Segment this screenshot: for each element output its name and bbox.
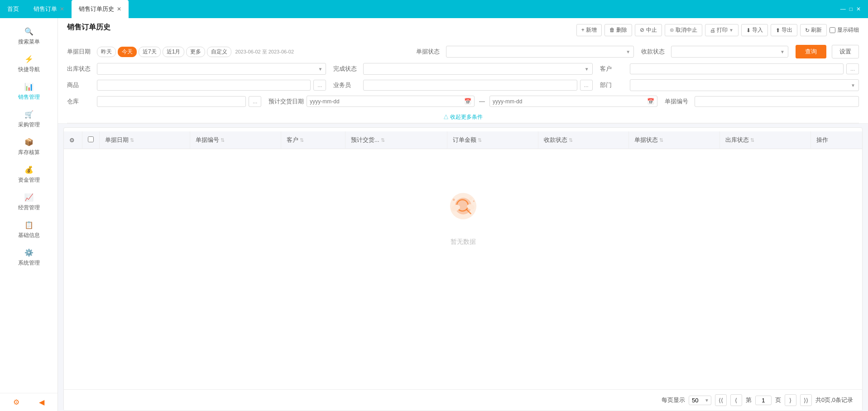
collapse-button[interactable]: △ 收起更多条件 (443, 113, 483, 121)
tab-sales-order-history-close[interactable]: ✕ (117, 6, 121, 12)
svg-point-6 (469, 197, 472, 200)
select-all-checkbox[interactable] (88, 136, 94, 142)
sidebar-item-finance[interactable]: 💰 资金管理 (0, 160, 58, 188)
export-button[interactable]: ⬆ 导出 (771, 24, 797, 36)
filter-department: 部门 (600, 79, 859, 91)
page-title: 销售订单历史 (67, 23, 110, 32)
payment-status-label: 收款状态 (641, 48, 668, 56)
completion-status-select[interactable] (363, 63, 592, 75)
filter-doc-number: 单据编号 (665, 96, 859, 107)
salesman-ellipsis[interactable]: ... (580, 80, 593, 91)
window-close[interactable]: ✕ (856, 6, 861, 12)
product-label: 商品 (67, 81, 94, 89)
data-table: ⚙ 单据日期 ⇅ (64, 131, 862, 282)
chip-today[interactable]: 今天 (118, 47, 137, 57)
sidebar-item-search-menu[interactable]: 🔍 搜索菜单 (0, 22, 58, 49)
page-size-select[interactable]: 50 10 20 100 (689, 396, 711, 405)
col-expected-delivery: 预计交货... ⇅ (345, 131, 447, 149)
doc-status-select[interactable] (446, 46, 634, 58)
chip-custom[interactable]: 自定义 (207, 47, 231, 57)
display-checkbox[interactable] (830, 27, 835, 33)
sidebar-item-sales-mgmt[interactable]: 📊 销售管理 (0, 77, 58, 105)
sidebar-sales-mgmt-label: 销售管理 (18, 93, 40, 101)
toolbar: + 新增 🗑 删除 ⊘ 中止 ⊙ 取消中止 🖨 🖨 打印 打印 ▼ ⬇ 导入 (576, 24, 859, 36)
outbound-status-select[interactable] (97, 63, 326, 75)
prev-page-button[interactable]: ⟨ (730, 394, 742, 406)
sidebar-settings-icon[interactable]: ⚙ (13, 398, 19, 406)
stop-button[interactable]: ⊘ 中止 (635, 24, 662, 36)
delete-button[interactable]: 🗑 删除 (604, 24, 632, 36)
chip-1month[interactable]: 近1月 (163, 47, 185, 57)
department-select[interactable] (630, 79, 859, 91)
window-minimize[interactable]: — (840, 6, 846, 12)
per-page-label: 每页显示 (662, 396, 685, 404)
table-area: ⚙ 单据日期 ⇅ (64, 131, 862, 389)
first-page-button[interactable]: ⟨⟨ (715, 394, 727, 406)
doc-number-input[interactable] (695, 96, 859, 107)
query-button[interactable]: 查询 (796, 45, 826, 58)
table-header-row: ⚙ 单据日期 ⇅ (64, 131, 862, 149)
warehouse-ellipsis[interactable]: ... (249, 96, 261, 107)
print-button[interactable]: 🖨 🖨 打印 打印 ▼ (705, 24, 739, 36)
chip-more[interactable]: 更多 (186, 47, 205, 57)
display-toggle[interactable]: 显示碍细 (830, 26, 859, 34)
sidebar-item-inventory[interactable]: 📦 库存核算 (0, 132, 58, 160)
export-icon: ⬆ (776, 27, 780, 34)
import-button[interactable]: ⬇ 导入 (741, 24, 768, 36)
salesman-input[interactable] (363, 80, 577, 91)
chip-7days[interactable]: 近7天 (139, 47, 161, 57)
next-page-button[interactable]: ⟩ (785, 394, 796, 406)
new-button[interactable]: + 新增 (576, 24, 602, 36)
product-input[interactable] (97, 80, 311, 91)
filter-row-2: 出库状态 完成状态 (67, 63, 859, 75)
end-date-wrap: 📅 (489, 96, 657, 107)
filter-salesman: 业务员 ... (333, 80, 592, 91)
sidebar-item-quick-nav[interactable]: ⚡ 快捷导航 (0, 49, 58, 77)
filter-doc-date: 单据日期 昨天 今天 近7天 近1月 更多 自定义 2023-06-02 至 2… (67, 47, 409, 57)
print-icon: 🖨 (710, 27, 715, 34)
warehouse-label: 仓库 (67, 97, 94, 106)
top-bar-right: — □ ✕ (840, 6, 868, 12)
doc-date-sort-icon: ⇅ (130, 137, 134, 143)
doc-no-sort-icon: ⇅ (221, 137, 225, 143)
tab-sales-order-close[interactable]: ✕ (60, 6, 64, 12)
tab-sales-order-history[interactable]: 销售订单历史 ✕ (72, 0, 129, 18)
payment-status-select[interactable] (671, 46, 788, 58)
window-maximize[interactable]: □ (849, 6, 853, 12)
start-date-input[interactable] (310, 98, 462, 105)
page-number-input[interactable] (755, 396, 772, 405)
refresh-icon: ↻ (805, 27, 810, 34)
main-layout: 🔍 搜索菜单 ⚡ 快捷导航 📊 销售管理 🛒 采购管理 📦 库存核算 💰 资金管… (0, 18, 868, 411)
end-date-input[interactable] (493, 98, 645, 105)
end-calendar-icon[interactable]: 📅 (647, 98, 654, 105)
sidebar-item-base-info[interactable]: 📋 基础信息 (0, 215, 58, 243)
warehouse-input[interactable] (97, 96, 246, 107)
expected-delivery-label: 预计交货日期 (269, 97, 304, 106)
table-settings-icon[interactable]: ⚙ (69, 137, 75, 144)
start-calendar-icon[interactable]: 📅 (464, 98, 471, 105)
sidebar-item-operations[interactable]: 📈 经营管理 (0, 188, 58, 215)
tab-home[interactable]: 首页 (0, 0, 26, 18)
last-page-button[interactable]: ⟩⟩ (800, 394, 812, 406)
sidebar-sys-mgmt-label: 系统管理 (18, 259, 40, 267)
chip-yesterday[interactable]: 昨天 (97, 47, 116, 57)
cancel-stop-button[interactable]: ⊙ 取消中止 (665, 24, 702, 36)
tab-sales-order-label: 销售订单 (34, 5, 57, 13)
tab-sales-order[interactable]: 销售订单 ✕ (26, 0, 72, 18)
customer-ellipsis[interactable]: ... (846, 63, 859, 74)
salesman-label: 业务员 (333, 81, 360, 89)
first-page-icon: ⟨⟨ (719, 397, 723, 404)
payment-status-select-wrap (671, 46, 788, 58)
sidebar-item-sys-mgmt[interactable]: ⚙️ 系统管理 (0, 243, 58, 271)
col-actions: 操作 (810, 131, 862, 149)
filter-completion-status: 完成状态 (333, 63, 592, 75)
sidebar-item-purchase-mgmt[interactable]: 🛒 采购管理 (0, 105, 58, 132)
filter-customer: 客户 ... (600, 63, 859, 74)
customer-input[interactable] (630, 63, 844, 74)
settings-button[interactable]: 设置 (832, 45, 859, 58)
top-bar: 首页 销售订单 ✕ 销售订单历史 ✕ — □ ✕ (0, 0, 868, 18)
product-ellipsis[interactable]: ... (313, 80, 326, 91)
col-doc-date: 单据日期 ⇅ (99, 131, 190, 149)
sidebar-collapse-icon[interactable]: ◀ (39, 398, 44, 406)
refresh-button[interactable]: ↻ 刷新 (800, 24, 827, 36)
